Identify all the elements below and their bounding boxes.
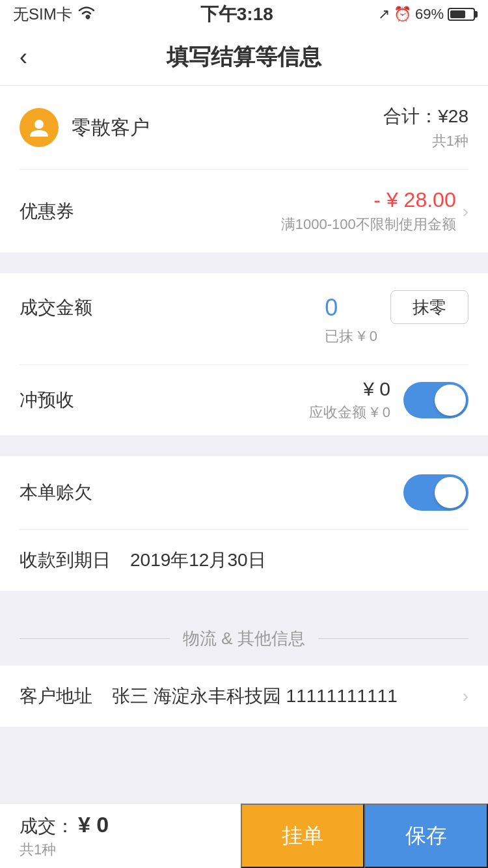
section-gap-3 [0,601,488,612]
debit-toggle-knob [435,477,466,508]
bottom-transaction-label: 成交： [20,814,74,839]
coupon-right-wrap: - ¥ 28.00 满1000-100不限制使用金额 [281,188,456,234]
section-gap-1 [0,263,488,273]
status-bar: 无SIM卡 下午3:18 ↗ ⏰ 69% [0,0,488,29]
advance-payment-row: 冲预收 ¥ 0 应收金额 ¥ 0 [0,365,488,435]
location-icon: ↗ [378,6,390,23]
back-button[interactable]: ‹ [20,44,59,71]
logistics-line-right [318,638,468,639]
logistics-header: 物流 & 其他信息 [0,612,488,666]
advance-right: ¥ 0 应收金额 ¥ 0 [309,378,468,422]
hold-button[interactable]: 挂单 [241,804,364,868]
coupon-description: 满1000-100不限制使用金额 [281,215,456,234]
customer-row: 零散客户 合计：¥28 共1种 [0,86,488,169]
coupon-row[interactable]: 优惠券 - ¥ 28.00 满1000-100不限制使用金额 › [0,170,488,252]
debit-row: 本单赊欠 [0,456,488,529]
customer-right: 合计：¥28 共1种 [383,104,468,151]
status-right: ↗ ⏰ 69% [378,6,475,23]
transaction-value-wrap: 0 已抹 ¥ 0 [325,292,377,346]
transaction-row: 成交金额 0 已抹 ¥ 0 抹零 [0,273,488,364]
customer-count: 共1种 [383,131,468,151]
round-zero-button[interactable]: 抹零 [390,290,468,324]
status-left: 无SIM卡 [13,4,96,25]
debit-section: 本单赊欠 收款到期日 2019年12月30日 [0,456,488,591]
address-chevron-icon: › [463,686,468,707]
logistics-label: 物流 & 其他信息 [183,627,305,650]
bottom-count: 共1种 [20,840,221,860]
debit-label: 本单赊欠 [20,480,92,505]
customer-section: 零散客户 合计：¥28 共1种 优惠券 - ¥ 28.00 满1000-100不… [0,86,488,252]
bottom-bar: 成交： ¥ 0 共1种 挂单 保存 [0,803,488,868]
page-title: 填写结算等信息 [59,42,429,72]
toggle-knob [435,385,466,416]
coupon-label: 优惠券 [20,199,74,224]
coupon-amount: - ¥ 28.00 [281,188,456,212]
bottom-summary: 成交： ¥ 0 共1种 [0,812,241,860]
due-date-label: 收款到期日 [20,548,111,573]
advance-amount: ¥ 0 [309,378,390,400]
battery-icon [448,8,475,21]
debit-toggle[interactable] [403,474,468,511]
address-value: 张三 海淀永丰科技园 11111111111 [112,684,463,709]
customer-name: 零散客户 [72,115,150,141]
section-gap-2 [0,446,488,456]
alarm-icon: ⏰ [394,6,411,23]
chevron-right-icon: › [463,201,468,222]
advance-receivable: 应收金额 ¥ 0 [309,403,390,422]
transaction-right: 0 已抹 ¥ 0 抹零 [325,292,468,346]
address-label: 客户地址 [20,684,92,709]
nav-bar: ‹ 填写结算等信息 [0,29,488,86]
due-date-value: 2019年12月30日 [130,548,266,573]
address-row[interactable]: 客户地址 张三 海淀永丰科技园 11111111111 › [0,666,488,727]
customer-left: 零散客户 [20,108,150,147]
advance-payment-label: 冲预收 [20,388,74,413]
customer-total: 合计：¥28 [383,104,468,129]
transaction-value: 0 [325,292,377,324]
address-section: 客户地址 张三 海淀永丰科技园 11111111111 › [0,666,488,727]
svg-point-0 [34,120,44,129]
wifi-icon [77,5,96,23]
transaction-section: 成交金额 0 已抹 ¥ 0 抹零 冲预收 ¥ 0 应收金额 ¥ 0 [0,273,488,435]
status-time: 下午3:18 [200,2,273,27]
already-deducted: 已抹 ¥ 0 [325,327,377,346]
battery-percentage: 69% [415,6,444,23]
avatar [20,108,59,147]
section-gap-4 [0,737,488,748]
transaction-label: 成交金额 [20,292,92,324]
advance-values: ¥ 0 应收金额 ¥ 0 [309,378,390,422]
save-button[interactable]: 保存 [364,804,488,868]
logistics-line-left [20,638,170,639]
carrier-text: 无SIM卡 [13,4,72,25]
advance-payment-toggle[interactable] [403,382,468,418]
bottom-amount: ¥ 0 [78,812,109,837]
due-date-row: 收款到期日 2019年12月30日 [0,530,488,591]
